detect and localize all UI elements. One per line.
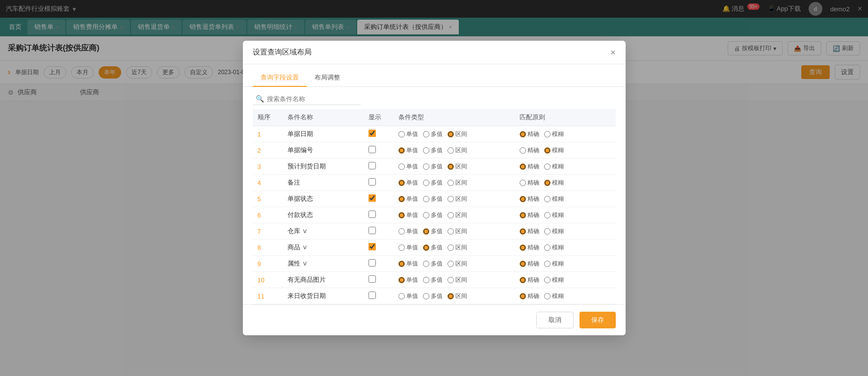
dialog-tab-fields[interactable]: 查询字段设置: [253, 69, 307, 87]
settings-dialog: 设置查询区域布局 × 查询字段设置 布局调整 🔍 顺序 条件名称 显示 条件类型: [243, 41, 626, 101]
dialog-tab-layout[interactable]: 布局调整: [307, 69, 348, 87]
dialog-tab-layout-label: 布局调整: [315, 74, 340, 81]
dialog-title: 设置查询区域布局: [253, 48, 312, 57]
search-box: 🔍: [253, 93, 361, 101]
dialog-search: 🔍: [243, 87, 626, 101]
dialog-close-button[interactable]: ×: [610, 48, 616, 57]
search-icon: 🔍: [256, 95, 264, 101]
dialog-header: 设置查询区域布局 ×: [243, 41, 626, 64]
dialog-tabs: 查询字段设置 布局调整: [243, 64, 626, 87]
dialog-tab-fields-label: 查询字段设置: [261, 74, 299, 81]
search-input[interactable]: [267, 95, 355, 102]
